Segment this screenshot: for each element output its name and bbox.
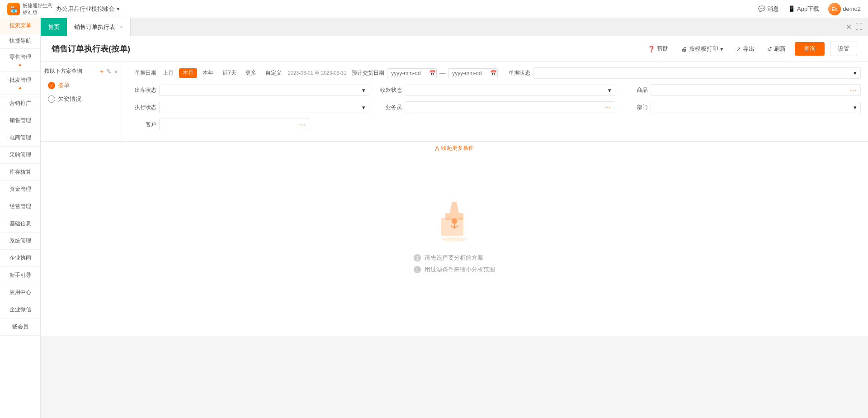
sidebar-item-purchase[interactable]: 采购管理 xyxy=(0,147,40,164)
calendar-icon-end: 📅 xyxy=(490,70,497,76)
filter-group-receipt: 收款状态 ▾ xyxy=(375,85,615,96)
print-icon: 🖨 xyxy=(681,46,687,52)
filter-group-ship: 出库状态 ▾ xyxy=(129,85,369,96)
date-btn-custom[interactable]: 自定义 xyxy=(262,68,285,78)
customer-dots-btn[interactable]: ··· xyxy=(299,121,306,128)
receipt-status-select[interactable]: ▾ xyxy=(405,85,615,96)
salesperson-label: 业务员 xyxy=(375,104,402,111)
print-template-btn[interactable]: 🖨 按模板打印 ▾ xyxy=(678,43,727,55)
receipt-status-label: 收款状态 xyxy=(375,86,402,94)
tab-maximize-btn[interactable]: ⛶ xyxy=(855,23,863,31)
sidebar-item-system[interactable]: 系统管理 xyxy=(0,233,40,250)
page-content: 销售订单执行表(按单) ❓ 帮助 🖨 按模板打印 ▾ ↗ 导出 xyxy=(41,36,868,418)
sidebar-item-wholesale[interactable]: 批发管理 ▲ xyxy=(0,72,40,95)
tab-close-window-btn[interactable]: ✕ xyxy=(846,23,852,31)
filter-row-1: 单据日期 上月 本月 本年 近7天 更多 自定义 2023-03-01 至 20… xyxy=(129,67,861,79)
customer-input[interactable]: ··· xyxy=(159,119,310,130)
query-btn[interactable]: 查询 xyxy=(795,42,825,56)
ship-status-select[interactable]: ▾ xyxy=(159,85,369,96)
filter-sidebar-actions: + ✎ « xyxy=(100,68,118,75)
user-profile[interactable]: Ea demo2 xyxy=(828,3,861,15)
sidebar-item-sales[interactable]: 销售管理 xyxy=(0,112,40,129)
sidebar-item-marketing[interactable]: 营销推广 xyxy=(0,95,40,112)
svg-marker-2 xyxy=(450,202,459,213)
message-action[interactable]: 💬 消息 xyxy=(758,5,779,13)
purchase-label: 采购管理 xyxy=(9,151,31,159)
logo-area: 🏪 畅捷通好生意 标准版 xyxy=(7,2,52,15)
scheme-item-qiankuan[interactable]: ○ 欠资情况 xyxy=(44,92,118,106)
delivery-start-input[interactable] xyxy=(391,70,427,76)
filter-group-goods: 商品 ··· xyxy=(621,84,861,96)
sidebar-item-operation[interactable]: 经营管理 xyxy=(0,198,40,215)
sidebar-item-retail[interactable]: 零售管理 ▲ xyxy=(0,49,40,72)
customer-label: 客户 xyxy=(129,121,156,128)
salesperson-input[interactable]: ··· xyxy=(405,101,615,113)
wechat-label: 企业微信 xyxy=(9,306,31,314)
filter-group-dept: 部门 ▾ xyxy=(621,102,861,113)
edit-scheme-btn[interactable]: ✎ xyxy=(106,68,112,75)
add-scheme-btn[interactable]: + xyxy=(100,68,104,75)
date-btn-this-month[interactable]: 本月 xyxy=(179,68,197,78)
filter-group-customer: 客户 ··· xyxy=(129,119,310,130)
delivery-date-start[interactable]: 📅 xyxy=(387,68,437,78)
goods-input[interactable]: ··· xyxy=(651,84,861,96)
date-btn-this-year[interactable]: 本年 xyxy=(199,68,217,78)
basic-label: 基础信息 xyxy=(9,220,31,228)
tab-bar: 首页 销售订单执行表 × ✕ ⛶ xyxy=(41,18,868,36)
date-label: 单据日期 xyxy=(129,69,156,77)
collapse-bar[interactable]: ⋀ 收起更多条件 xyxy=(41,142,868,155)
print-arrow-icon: ▾ xyxy=(720,46,723,52)
ship-status-arrow: ▾ xyxy=(362,87,365,94)
sidebar: 搜索菜单 快捷导航 零售管理 ▲ 批发管理 ▲ 营销推广 销售管理 电商管理 采… xyxy=(0,18,41,418)
date-btn-more[interactable]: 更多 xyxy=(242,68,260,78)
sidebar-item-newbie[interactable]: 新手引导 xyxy=(0,267,40,284)
date-btn-7days[interactable]: 近7天 xyxy=(219,68,240,78)
collapse-scheme-btn[interactable]: « xyxy=(114,68,118,75)
tab-home[interactable]: 首页 xyxy=(41,18,67,36)
ship-status-label: 出库状态 xyxy=(129,86,156,94)
tip-num-2: 2 xyxy=(414,266,421,273)
tab-close-btn[interactable]: × xyxy=(120,24,123,30)
export-btn[interactable]: ↗ 导出 xyxy=(732,43,758,55)
sidebar-item-basic[interactable]: 基础信息 xyxy=(0,215,40,233)
salesperson-dots-btn[interactable]: ··· xyxy=(604,104,611,111)
help-btn[interactable]: ❓ 帮助 xyxy=(644,43,672,55)
scheme-item-andan[interactable]: ✓ 按单 xyxy=(44,79,118,92)
exec-status-arrow: ▾ xyxy=(362,104,365,111)
doc-status-arrow: ▾ xyxy=(854,70,857,76)
doc-status-select[interactable]: ▾ xyxy=(533,67,861,79)
sidebar-quick-nav[interactable]: 快捷导航 xyxy=(0,33,40,49)
svg-point-3 xyxy=(452,218,457,224)
app-icon: 📱 xyxy=(788,5,795,12)
svg-point-7 xyxy=(442,237,467,242)
filter-main: 单据日期 上月 本月 本年 近7天 更多 自定义 2023-03-01 至 20… xyxy=(122,62,868,141)
sidebar-item-appstore[interactable]: 应用中心 xyxy=(0,284,40,301)
newbie-label: 新手引导 xyxy=(9,271,31,279)
sidebar-item-inventory[interactable]: 库存核算 xyxy=(0,164,40,181)
settings-btn[interactable]: 设置 xyxy=(830,42,857,56)
sidebar-search[interactable]: 搜索菜单 xyxy=(0,18,40,33)
operation-label: 经营管理 xyxy=(9,203,31,210)
sidebar-item-wechat[interactable]: 企业微信 xyxy=(0,301,40,318)
refresh-btn[interactable]: ↺ 刷新 xyxy=(764,43,789,55)
sidebar-item-ecom[interactable]: 电商管理 xyxy=(0,129,40,147)
sidebar-item-member[interactable]: 畅会员 xyxy=(0,318,40,336)
dept-select[interactable]: ▾ xyxy=(651,102,861,113)
exec-status-select[interactable]: ▾ xyxy=(159,102,369,113)
dept-label: 部门 xyxy=(621,104,648,111)
filter-row-2: 出库状态 ▾ 收款状态 ▾ xyxy=(129,84,861,96)
wholesale-arrow: ▲ xyxy=(18,85,23,90)
system-selector[interactable]: 办公用品行业模拟账套 ▾ xyxy=(56,5,120,13)
goods-dots-btn[interactable]: ··· xyxy=(850,86,857,94)
logo-text: 畅捷通好生意 标准版 xyxy=(23,2,52,15)
date-btn-last-month[interactable]: 上月 xyxy=(159,68,177,78)
delivery-end-input[interactable] xyxy=(452,70,488,76)
sidebar-item-enterprise[interactable]: 企业协同 xyxy=(0,250,40,267)
tab-active[interactable]: 销售订单执行表 × xyxy=(67,18,131,36)
filter-group-exec: 执行状态 ▾ xyxy=(129,102,369,113)
sidebar-item-finance[interactable]: 资金管理 xyxy=(0,181,40,198)
appstore-label: 应用中心 xyxy=(9,289,31,296)
app-download-action[interactable]: 📱 App下载 xyxy=(788,5,819,13)
delivery-date-end[interactable]: 📅 xyxy=(448,68,498,78)
empty-illustration xyxy=(432,200,477,245)
